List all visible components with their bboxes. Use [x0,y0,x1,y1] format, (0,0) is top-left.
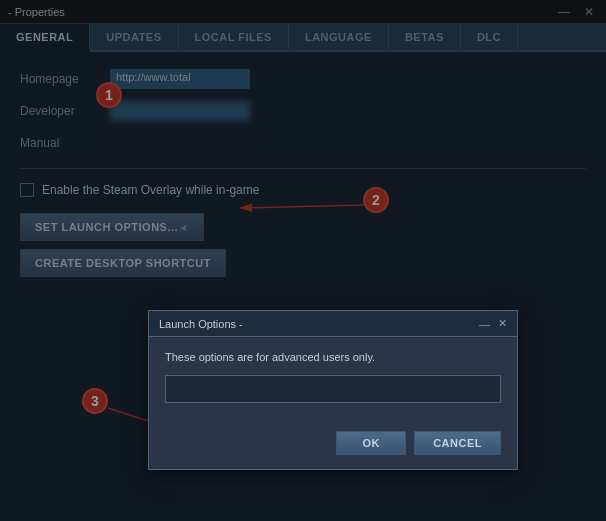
dialog-title: Launch Options - [159,318,243,330]
launch-options-dialog: Launch Options - — ✕ These options are f… [148,310,518,470]
dialog-cancel-button[interactable]: CANCEL [414,431,501,455]
dialog-footer: OK CANCEL [149,431,517,469]
dialog-description: These options are for advanced users onl… [165,351,501,363]
dialog-ok-button[interactable]: OK [336,431,406,455]
dialog-titlebar: Launch Options - — ✕ [149,311,517,337]
dialog-body: These options are for advanced users onl… [149,337,517,431]
launch-options-input[interactable] [165,375,501,403]
dialog-window-controls: — ✕ [479,317,507,330]
dialog-minimize-button[interactable]: — [479,318,490,330]
dialog-close-button[interactable]: ✕ [498,317,507,330]
